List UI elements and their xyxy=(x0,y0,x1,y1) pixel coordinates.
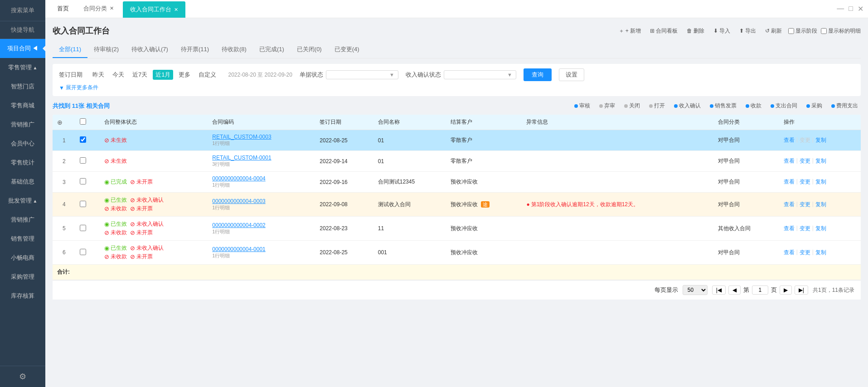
expense-payout-btn[interactable]: 费用支出 xyxy=(829,101,861,111)
row-2-copy-btn[interactable]: 复制 xyxy=(815,157,826,165)
filter-tab-all[interactable]: 全部(11) xyxy=(53,42,87,58)
row-3-change-btn[interactable]: 变更 xyxy=(800,178,810,186)
import-button[interactable]: ⬇ 导入 xyxy=(711,26,733,36)
window-close-btn[interactable]: ✕ xyxy=(858,5,863,13)
page-input[interactable] xyxy=(752,285,768,295)
audit-btn[interactable]: 审核 xyxy=(572,101,593,111)
row-5-code-link[interactable]: 0000000000004-0002 xyxy=(212,222,310,228)
row-2-code-link[interactable]: RETAIL_CUSTOM-0001 xyxy=(212,155,310,161)
sidebar-nav[interactable]: 快捷导航 xyxy=(0,21,45,39)
sidebar-item-retail-mgmt[interactable]: 零售管理▲ xyxy=(0,58,45,77)
row-5-checkbox[interactable] xyxy=(80,225,86,231)
settings-button[interactable]: 设置 xyxy=(559,68,584,81)
add-button[interactable]: ＋ + 新增 xyxy=(616,26,644,36)
row-1-view-btn[interactable]: 查看 xyxy=(784,136,795,144)
contract-board-button[interactable]: ⊞ 合同看板 xyxy=(647,26,680,36)
income-confirm-btn[interactable]: 收入确认 xyxy=(671,101,703,111)
select-all-checkbox[interactable] xyxy=(80,118,86,125)
close-btn[interactable]: 关闭 xyxy=(621,101,643,111)
tab-home[interactable]: 首页 xyxy=(50,0,76,18)
expand-more-conditions-btn[interactable]: ▼ 展开更多条件 xyxy=(59,84,854,92)
row-3-code-link[interactable]: 0000000000004-0004 xyxy=(212,175,310,182)
row-5-change-btn[interactable]: 变更 xyxy=(800,225,810,232)
row-3-checkbox[interactable] xyxy=(80,178,86,184)
query-button[interactable]: 查询 xyxy=(524,68,552,81)
row-6-change-btn[interactable]: 变更 xyxy=(800,249,810,256)
sidebar-item-retail-stats[interactable]: 零售统计 xyxy=(0,153,45,172)
last-page-btn[interactable]: ▶| xyxy=(795,285,808,295)
filter-tab-closed[interactable]: 已关闭(0) xyxy=(291,42,328,58)
row-2-change-btn[interactable]: 变更 xyxy=(800,157,810,165)
next-page-btn[interactable]: ▶ xyxy=(780,285,792,295)
date-opt-yesterday[interactable]: 昨天 xyxy=(90,70,107,80)
row-2-checkbox[interactable] xyxy=(80,157,86,164)
income-confirm-status-select[interactable]: ▼ xyxy=(444,70,516,79)
filter-tab-changed[interactable]: 已变更(4) xyxy=(328,42,366,58)
open-btn[interactable]: 打开 xyxy=(646,101,668,111)
row-5-view-btn[interactable]: 查看 xyxy=(784,225,795,232)
row-4-view-btn[interactable]: 查看 xyxy=(784,201,795,208)
show-segment-checkbox[interactable]: 显示阶段 xyxy=(788,27,817,35)
purchase-btn[interactable]: 采购 xyxy=(804,101,825,111)
row-4-checkbox[interactable] xyxy=(80,201,86,207)
close-income-workbench-tab[interactable]: ✕ xyxy=(174,7,178,13)
tab-income-workbench[interactable]: 收入合同工作台 ✕ xyxy=(123,1,185,18)
row-3-copy-btn[interactable]: 复制 xyxy=(815,178,826,186)
row-6-code-link[interactable]: 0000000000004-0001 xyxy=(212,246,310,252)
sidebar-item-member-center[interactable]: 会员中心 xyxy=(0,134,45,153)
sales-invoice-btn[interactable]: 销售发票 xyxy=(707,101,739,111)
date-opt-last1month[interactable]: 近1月 xyxy=(153,70,173,80)
prev-page-btn[interactable]: ◀ xyxy=(728,285,741,295)
row-1-code-link[interactable]: RETAIL_CUSTOM-0003 xyxy=(212,134,310,140)
payout-btn[interactable]: 支出合同 xyxy=(768,101,800,111)
filter-tab-pending-review[interactable]: 待审核(2) xyxy=(87,42,125,58)
row-5-copy-btn[interactable]: 复制 xyxy=(815,225,826,232)
filter-tab-pending-income-confirm[interactable]: 待收入确认(7) xyxy=(125,42,175,58)
sidebar-item-marketing[interactable]: 营销推广 xyxy=(0,115,45,134)
date-opt-custom[interactable]: 自定义 xyxy=(196,70,219,80)
filter-tab-pending-invoice[interactable]: 待开票(11) xyxy=(175,42,215,58)
sidebar-settings[interactable]: ⚙ xyxy=(0,366,45,387)
sidebar-item-marketing2[interactable]: 营销推广 xyxy=(0,210,45,229)
tab-contract-category[interactable]: 合同分类 ✕ xyxy=(76,0,121,18)
sidebar-item-ecommerce[interactable]: 小畅电商 xyxy=(0,248,45,267)
refresh-button[interactable]: ↺ 刷新 xyxy=(762,26,785,36)
row-4-change-btn[interactable]: 变更 xyxy=(800,201,810,208)
row-3-view-btn[interactable]: 查看 xyxy=(784,178,795,186)
row-1-copy-btn[interactable]: 复制 xyxy=(815,136,826,144)
sidebar-item-wholesale-mgmt[interactable]: 批发管理▲ xyxy=(0,191,45,210)
sidebar-item-purchase-mgmt[interactable]: 采购管理 xyxy=(0,267,45,286)
row-4-code-link[interactable]: 0000000000004-0003 xyxy=(212,198,310,204)
row-6-checkbox[interactable] xyxy=(80,249,86,255)
sidebar-item-smart-store[interactable]: 智慧门店 xyxy=(0,77,45,96)
sidebar-item-sales-mgmt[interactable]: 销售管理 xyxy=(0,229,45,248)
minimize-btn[interactable]: — xyxy=(837,5,844,13)
first-page-btn[interactable]: |◀ xyxy=(712,285,726,295)
sidebar-item-project-contract[interactable]: 项目合同 ◀ xyxy=(0,39,45,58)
sidebar-search[interactable]: 搜索菜单 xyxy=(0,0,45,21)
date-opt-today[interactable]: 今天 xyxy=(110,70,127,80)
row-6-copy-btn[interactable]: 复制 xyxy=(815,249,826,256)
row-1-checkbox[interactable] xyxy=(80,136,86,143)
abandon-btn[interactable]: 弃审 xyxy=(596,101,618,111)
col-settings-icon[interactable]: ⊕ xyxy=(57,119,63,126)
row-6-view-btn[interactable]: 查看 xyxy=(784,249,795,256)
close-contract-category-tab[interactable]: ✕ xyxy=(110,5,114,11)
show-detail-checkbox[interactable]: 显示标的明细 xyxy=(821,27,861,35)
payment-btn[interactable]: 收款 xyxy=(743,101,764,111)
page-size-select[interactable]: 50 100 xyxy=(683,285,708,295)
maximize-btn[interactable]: □ xyxy=(849,5,853,13)
delete-button[interactable]: 🗑 删除 xyxy=(684,26,707,36)
sidebar-item-basic-info[interactable]: 基础信息 xyxy=(0,172,45,191)
filter-tab-completed[interactable]: 已完成(1) xyxy=(253,42,291,58)
date-opt-last7[interactable]: 近7天 xyxy=(130,70,150,80)
date-opt-more[interactable]: 更多 xyxy=(176,70,193,80)
sidebar-item-retail-mall[interactable]: 零售商城 xyxy=(0,96,45,115)
sidebar-item-inventory[interactable]: 库存核算 xyxy=(0,286,45,305)
row-4-copy-btn[interactable]: 复制 xyxy=(815,201,826,208)
export-button[interactable]: ⬆ 导出 xyxy=(737,26,759,36)
row-2-view-btn[interactable]: 查看 xyxy=(784,157,795,165)
gear-icon[interactable]: ⚙ xyxy=(19,372,26,381)
filter-tab-pending-payment[interactable]: 待收款(8) xyxy=(215,42,253,58)
doc-status-select[interactable]: ▼ xyxy=(326,70,398,79)
